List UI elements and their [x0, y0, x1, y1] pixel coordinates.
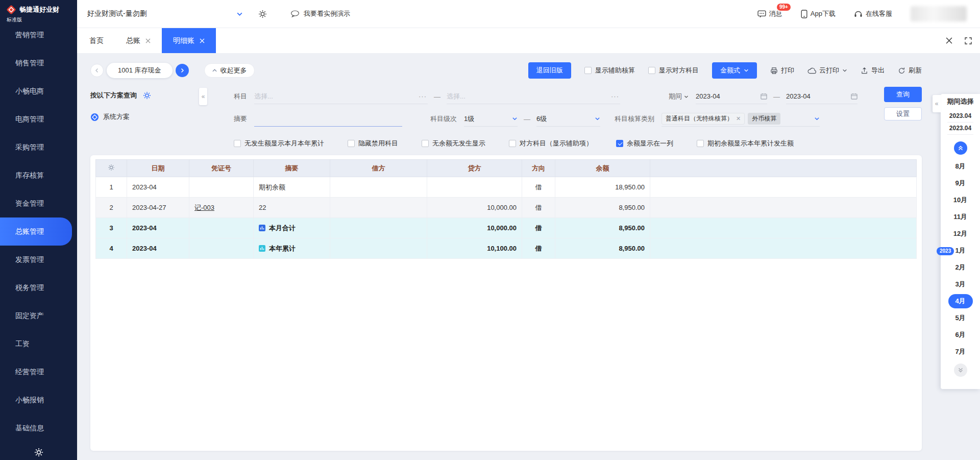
month-item[interactable]: 2月 — [946, 260, 975, 275]
period-range-to[interactable]: 2023.04 — [947, 123, 973, 135]
period-panel-collapse-handle[interactable]: « — [933, 95, 941, 112]
month-item[interactable]: 10月 — [946, 193, 975, 207]
month-item[interactable]: 5月 — [946, 311, 975, 325]
checkbox-box[interactable] — [584, 67, 592, 74]
sidebar-item[interactable]: 税务管理 — [0, 274, 77, 302]
topbar-gear-icon[interactable] — [258, 10, 267, 18]
checkbox-box[interactable] — [422, 140, 429, 147]
voucher-link[interactable]: 记-003 — [194, 204, 214, 211]
subject-to-field[interactable]: 选择... ··· — [447, 89, 620, 104]
sidebar-item[interactable]: 发票管理 — [0, 246, 77, 274]
tab[interactable]: 总账 — [115, 28, 162, 53]
checkbox[interactable]: 对方科目（显示辅助项） — [509, 139, 593, 148]
month-item[interactable]: 8月 — [946, 159, 975, 174]
summary-input[interactable] — [254, 111, 402, 127]
sidebar-item[interactable]: 营销管理 — [0, 28, 77, 49]
checkbox[interactable]: 无余额无发生显示 — [422, 139, 485, 148]
period-range-from[interactable]: 2023.04 — [947, 110, 973, 123]
messages-button[interactable]: 99+ 消息 — [757, 9, 782, 18]
month-item[interactable]: 11月 — [946, 210, 975, 224]
tab[interactable]: 首页 — [78, 28, 115, 53]
collapse-more-button[interactable]: 收起更多 — [204, 63, 255, 78]
sidebar-item[interactable]: 销售管理 — [0, 49, 77, 77]
calendar-icon[interactable] — [851, 93, 857, 100]
table-row[interactable]: 32023-04本月合计10,000.00借8,950.00 — [96, 218, 917, 238]
remove-tag-icon[interactable]: ✕ — [736, 115, 741, 122]
table-settings-header[interactable] — [96, 160, 127, 177]
sidebar-item[interactable]: 小畅报销 — [0, 386, 77, 414]
subject-to-picker-icon[interactable]: ··· — [611, 92, 620, 100]
prev-account-button[interactable] — [90, 64, 104, 77]
checkbox[interactable]: 无发生额显示本月本年累计 — [234, 139, 324, 148]
close-all-tabs-icon[interactable] — [946, 37, 952, 44]
sidebar-item[interactable]: 工资 — [0, 330, 77, 358]
sidebar-item[interactable]: 固定资产 — [0, 302, 77, 330]
next-account-button[interactable] — [176, 64, 189, 77]
month-item[interactable]: 7月 — [946, 345, 975, 359]
app-download-button[interactable]: App下载 — [801, 9, 836, 18]
tab-close-icon[interactable] — [200, 38, 205, 43]
checkbox[interactable]: 隐藏禁用科目 — [348, 139, 398, 148]
checkbox-box[interactable] — [648, 67, 655, 74]
tab[interactable]: 明细账 — [162, 28, 216, 53]
user-name-blurred[interactable] — [911, 6, 967, 21]
export-button[interactable]: 导出 — [861, 66, 885, 75]
month-item[interactable]: 3月 — [946, 277, 975, 292]
checkbox-box[interactable] — [348, 140, 355, 147]
cloud-print-button[interactable]: 云打印 — [807, 66, 847, 75]
checkbox[interactable]: 期初余额显示本年累计发生额 — [697, 139, 794, 148]
sidebar-settings-gear-icon[interactable] — [0, 448, 77, 457]
sidebar-item[interactable]: 库存核算 — [0, 161, 77, 189]
sidebar-item[interactable]: 经营管理 — [0, 358, 77, 386]
sidebar-item[interactable]: 采购管理 — [0, 133, 77, 161]
column-header[interactable]: 凭证号 — [189, 160, 254, 177]
period-label[interactable]: 期间 — [669, 92, 689, 101]
sidebar-item[interactable]: 总账管理 — [0, 217, 72, 246]
column-header[interactable]: 日期 — [127, 160, 189, 177]
column-header[interactable]: 贷方 — [427, 160, 522, 177]
scheme-gear-icon[interactable] — [143, 91, 151, 100]
sidebar-item[interactable]: 基础信息 — [0, 414, 77, 442]
month-item[interactable]: 12月 — [946, 227, 975, 241]
scroll-months-up-button[interactable] — [954, 141, 967, 155]
checkbox-box[interactable] — [509, 140, 516, 147]
account-selector[interactable]: 1001 库存现金 — [107, 63, 173, 78]
scroll-months-down-button[interactable] — [954, 364, 967, 377]
table-row[interactable]: 12023-04期初余额借18,950.00 — [96, 177, 917, 198]
level-from-select[interactable]: 1级 — [464, 111, 518, 127]
category-tag[interactable]: 外币核算 — [748, 113, 780, 125]
calendar-icon[interactable] — [761, 93, 767, 100]
subject-from-picker-icon[interactable]: ··· — [419, 92, 428, 100]
search-button[interactable]: 查询 — [884, 87, 922, 102]
period-from-field[interactable]: 2023-04 — [696, 89, 767, 104]
month-item[interactable]: 6月 — [946, 328, 975, 342]
print-button[interactable]: 打印 — [770, 66, 794, 75]
company-selector[interactable]: 好业财测试-量勿删 — [87, 9, 243, 18]
period-to-field[interactable]: 2023-04 — [786, 89, 857, 104]
refresh-button[interactable]: 刷新 — [898, 66, 922, 75]
scheme-item-system[interactable]: 系统方案 — [90, 112, 200, 122]
month-item[interactable]: 4月 — [948, 294, 973, 308]
checkbox-box[interactable] — [616, 140, 623, 147]
checkbox-box[interactable] — [697, 140, 704, 147]
checkbox[interactable]: 余额显示在一列 — [616, 139, 673, 148]
level-to-select[interactable]: 6级 — [536, 111, 600, 127]
table-row[interactable]: 22023-04-27记-0032210,000.00借8,950.00 — [96, 198, 917, 218]
column-header[interactable]: 方向 — [522, 160, 555, 177]
month-item[interactable]: 9月 — [946, 176, 975, 190]
checkbox[interactable]: 显示对方科目 — [648, 66, 699, 75]
tab-close-icon[interactable] — [145, 38, 151, 43]
subject-from-field[interactable]: 选择... ··· — [254, 89, 428, 104]
column-header[interactable]: 摘要 — [254, 160, 330, 177]
category-tag[interactable]: 普通科目（无特殊核算） ✕ — [662, 113, 745, 125]
column-header[interactable]: 余额 — [555, 160, 650, 177]
table-row[interactable]: 42023-04本年累计10,100.00借8,950.00 — [96, 238, 917, 259]
checkbox-box[interactable] — [234, 140, 241, 147]
back-to-old-version-button[interactable]: 退回旧版 — [528, 62, 571, 79]
sidebar-item[interactable]: 资金管理 — [0, 189, 77, 217]
online-service-button[interactable]: 在线客服 — [854, 9, 892, 18]
column-header[interactable]: 借方 — [330, 160, 427, 177]
demo-link[interactable]: 我要看实例演示 — [290, 9, 350, 18]
checkbox[interactable]: 显示辅助核算 — [584, 66, 635, 75]
category-field[interactable]: 普通科目（无特殊核算） ✕ 外币核算 — [662, 111, 820, 127]
